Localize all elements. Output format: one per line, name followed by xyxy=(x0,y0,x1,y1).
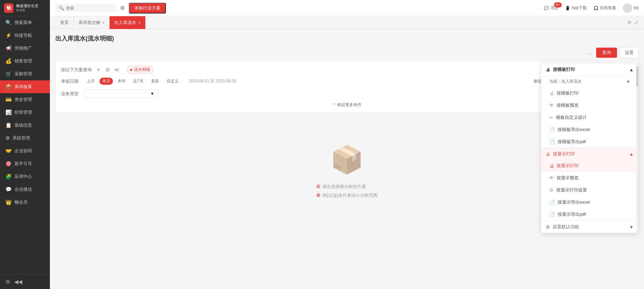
date-this-year[interactable]: 本年 xyxy=(115,78,128,85)
dropdown-header-chevron[interactable]: ▲ xyxy=(629,67,634,72)
template-excel-label: 按模板导出excel xyxy=(558,127,590,133)
sidebar-finance-icon: 💳 xyxy=(5,97,12,103)
topbar-gear-icon[interactable]: ⚙ xyxy=(120,5,125,11)
display-subheader-chevron[interactable]: ▲ xyxy=(629,152,634,157)
tab-batch[interactable]: 库存批次账 × xyxy=(74,16,110,29)
sidebar-item-operation[interactable]: 📊经营管理 xyxy=(0,106,50,119)
date-more[interactable]: 更多 xyxy=(148,78,162,85)
display-print-label: 按显示打印 xyxy=(557,163,579,169)
message-btn[interactable]: 💬 消息 99+ xyxy=(544,5,558,11)
tab-flow[interactable]: 出入库流水 × xyxy=(110,16,145,29)
trial-button[interactable]: 体验行业方案 xyxy=(129,3,166,14)
sidebar-item-system[interactable]: ⚙系统管理 xyxy=(0,132,50,144)
display-preview-item[interactable]: 👁 按显示预览 xyxy=(541,172,638,184)
flow-detail-tag[interactable]: 流水明细 xyxy=(126,66,154,74)
sidebar-item-shortcut[interactable]: ⚡快捷导航 xyxy=(0,29,50,42)
tab-batch-close-icon[interactable]: × xyxy=(103,21,105,25)
sidebar-item-marketing[interactable]: 📢营销推广 xyxy=(0,42,50,55)
sidebar-purchase-label: 采购管理 xyxy=(14,71,32,77)
scrollbar-thumb[interactable] xyxy=(636,67,638,87)
sidebar-basic-label: 基础信息 xyxy=(14,122,32,128)
date-7days[interactable]: 近7天 xyxy=(130,78,146,85)
display-pdf-item[interactable]: 📄 按显示导出pdf xyxy=(541,208,638,220)
date-this-month[interactable]: 本月 xyxy=(99,78,113,85)
display-print-item[interactable]: 🖨 按显示打印 xyxy=(541,160,638,172)
sidebar-member-label: 畅会员 xyxy=(14,199,28,205)
app-logo: 畅 畅捷通好生意 标准版 xyxy=(0,0,50,16)
sidebar-item-basic[interactable]: 📋基础信息 xyxy=(0,119,50,132)
date-range-text: 2023-06-01 至 2023-06-30 xyxy=(189,78,236,84)
date-shortcuts: 上月 本月 本年 近7天 更多 自定义 xyxy=(84,78,181,85)
sidebar-item-purchase[interactable]: 🛒采购管理 xyxy=(0,68,50,80)
sidebar-item-guide[interactable]: 🎯新手引导 xyxy=(0,157,50,170)
display-print-subheader[interactable]: 🖨 按显示打印 ▲ xyxy=(541,148,638,160)
tab-close-all-icon[interactable]: ✕ xyxy=(627,19,632,26)
sidebar-item-wechat[interactable]: 💬企业微信 xyxy=(0,183,50,196)
empty-hints: ①请先选择要分析的方案 ②用[过滤]条件来缩小分析范围 xyxy=(316,182,377,200)
collapse-sidebar-icon[interactable]: ◀◀ xyxy=(14,279,22,285)
collapse-up-icon: ⌃ xyxy=(332,103,336,107)
tab-flow-close-icon[interactable]: × xyxy=(138,21,140,25)
template-preview-icon: 👁 xyxy=(549,103,554,108)
display-settings-item[interactable]: ⚙ 按显示打印设置 xyxy=(541,184,638,196)
sidebar-sales-label: 销售管理 xyxy=(14,58,32,64)
filter-add-icon[interactable]: ＋ xyxy=(96,66,101,73)
display-pdf-icon: 📄 xyxy=(549,212,555,217)
display-header-icon: 🖨 xyxy=(546,152,550,157)
tab-home[interactable]: 首页 xyxy=(55,16,74,29)
user-avatar[interactable]: Rit xyxy=(623,3,639,13)
sidebar-shortcut-label: 快捷导航 xyxy=(14,32,32,38)
topbar-search-box[interactable]: 🔍 xyxy=(55,4,116,12)
sidebar-item-member[interactable]: 👑畅会员 xyxy=(0,196,50,209)
ellipsis-button[interactable]: ... xyxy=(587,50,593,56)
date-last-month[interactable]: 上月 xyxy=(84,78,97,85)
message-icon: 💬 xyxy=(544,6,549,10)
dropdown-title: 按模板打印 xyxy=(553,67,575,73)
current-template-row: 当前：出入库流水 ▼ xyxy=(541,76,638,87)
app-download-btn[interactable]: 📱 App下载 xyxy=(565,5,587,11)
query-button[interactable]: 查询 xyxy=(596,48,617,58)
biz-type-select[interactable]: ▼ xyxy=(84,89,158,98)
biz-chevron: ▼ xyxy=(150,91,154,96)
sidebar-marketing-icon: 📢 xyxy=(5,45,12,51)
sidebar-item-search[interactable]: 🔍搜索菜单 xyxy=(0,16,50,29)
service-btn[interactable]: 🎧 在线客服 xyxy=(593,5,616,11)
display-settings-icon: ⚙ xyxy=(549,187,554,193)
tab-controls: ✕ ⤢ xyxy=(627,19,639,26)
template-excel-item[interactable]: 📄 按模板导出excel xyxy=(541,124,638,136)
tab-batch-label: 库存批次账 xyxy=(79,20,100,26)
sidebar-item-sales[interactable]: 💰销售管理 xyxy=(0,55,50,68)
display-excel-item[interactable]: 📄 按显示导出excel xyxy=(541,196,638,208)
date-custom[interactable]: 自定义 xyxy=(164,78,181,85)
settings-icon[interactable]: ⚙ xyxy=(5,279,10,285)
tab-expand-icon[interactable]: ⤢ xyxy=(634,19,639,26)
sidebar-guide-icon: 🎯 xyxy=(5,161,12,167)
app-subtitle: 标准版 xyxy=(16,8,38,12)
display-settings-label: 按显示打印设置 xyxy=(556,187,587,193)
current-template-chevron[interactable]: ▼ xyxy=(626,79,630,84)
set-default-footer[interactable]: ⚙ 设置默认功能 ▼ xyxy=(541,220,638,233)
display-preview-icon: 👁 xyxy=(549,175,554,181)
filter-gear-icon[interactable]: ⚙ xyxy=(105,67,110,73)
print-header-icon: 🖨 xyxy=(546,67,550,72)
sidebar-operation-label: 经营管理 xyxy=(14,109,32,115)
sidebar-item-finance[interactable]: 💳资金管理 xyxy=(0,93,50,106)
template-print-item[interactable]: 🖨 按模板打印 xyxy=(541,87,638,99)
logo-icon: 畅 xyxy=(4,3,13,13)
topbar: 🔍 ⚙ 体验行业方案 💬 消息 99+ 📱 App下载 🎧 在线客服 Rit xyxy=(50,0,644,16)
filter-collapse-icon[interactable]: ≪ xyxy=(114,67,120,73)
sidebar-member-icon: 👑 xyxy=(5,199,12,205)
sidebar-item-coop[interactable]: 🤝企业协同 xyxy=(0,144,50,157)
search-input[interactable] xyxy=(66,6,107,10)
set-button[interactable]: 设置 xyxy=(620,47,639,58)
template-custom-label: 模板自定义设计 xyxy=(556,114,587,121)
sidebar-inventory-label: 库存核算 xyxy=(14,84,32,90)
template-preview-item[interactable]: 👁 按模板预览 xyxy=(541,99,638,111)
filter-by-label: 按以下方案查询 xyxy=(61,67,92,73)
sidebar-search-icon: 🔍 xyxy=(5,20,12,26)
template-custom-item[interactable]: ✏ 模板自定义设计 xyxy=(541,111,638,124)
sidebar-item-appcenter[interactable]: 🧩应用中心 xyxy=(0,170,50,183)
sidebar-item-inventory[interactable]: 📦库存核算 xyxy=(0,80,50,93)
tab-flow-label: 出入库流水 xyxy=(114,20,136,26)
template-pdf-item[interactable]: 📄 按模板导出pdf xyxy=(541,136,638,148)
